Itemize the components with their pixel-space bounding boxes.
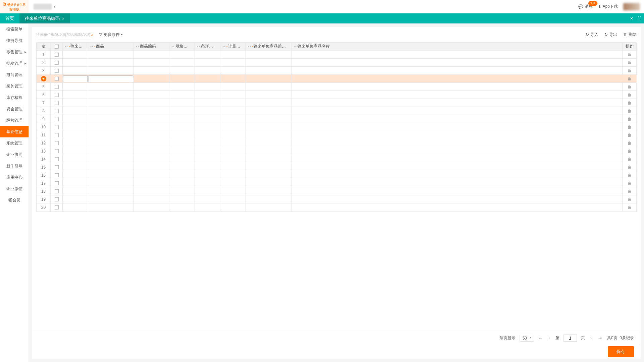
- cell[interactable]: [134, 67, 169, 75]
- table-row[interactable]: 8🗑: [37, 107, 637, 115]
- cell[interactable]: [291, 75, 623, 83]
- cell[interactable]: [220, 171, 246, 179]
- cell[interactable]: [169, 75, 195, 83]
- column-unit[interactable]: ▴▾·计量…: [220, 43, 246, 51]
- row-checkbox[interactable]: [55, 53, 59, 57]
- delete-row-icon[interactable]: 🗑: [628, 84, 632, 89]
- row-checkbox[interactable]: [55, 181, 59, 185]
- row-checkbox[interactable]: [55, 77, 59, 81]
- cell[interactable]: [169, 195, 195, 203]
- table-row[interactable]: 11🗑: [37, 131, 637, 139]
- cell[interactable]: [220, 147, 246, 155]
- cell[interactable]: [169, 91, 195, 99]
- cell[interactable]: [134, 203, 169, 212]
- cell[interactable]: [195, 187, 220, 195]
- cell[interactable]: [169, 139, 195, 147]
- cell[interactable]: [291, 99, 623, 107]
- cell[interactable]: [220, 123, 246, 131]
- cell[interactable]: [169, 107, 195, 115]
- page-prev-button[interactable]: ‹: [547, 336, 551, 341]
- cell[interactable]: [246, 163, 291, 171]
- cell[interactable]: [63, 171, 88, 179]
- cell[interactable]: [220, 187, 246, 195]
- cell[interactable]: [63, 131, 88, 139]
- row-checkbox[interactable]: [55, 165, 59, 169]
- cell[interactable]: [169, 179, 195, 187]
- column-partner-product-name[interactable]: ▴▾往来单位商品名称: [291, 43, 623, 51]
- row-checkbox[interactable]: [55, 69, 59, 73]
- row-checkbox[interactable]: [55, 133, 59, 137]
- cell[interactable]: [195, 123, 220, 131]
- cell[interactable]: [220, 155, 246, 163]
- sidebar-item[interactable]: 基础信息: [0, 126, 29, 137]
- page-next-button[interactable]: ›: [589, 336, 593, 341]
- cell[interactable]: [88, 131, 134, 139]
- cell[interactable]: [63, 99, 88, 107]
- cell[interactable]: [220, 83, 246, 91]
- delete-row-icon[interactable]: 🗑: [628, 157, 632, 162]
- cell[interactable]: [291, 203, 623, 212]
- cell[interactable]: [195, 83, 220, 91]
- cell[interactable]: [134, 99, 169, 107]
- cell[interactable]: [195, 67, 220, 75]
- table-row[interactable]: 6🗑: [37, 91, 637, 99]
- table-row[interactable]: 15🗑: [37, 163, 637, 171]
- cell[interactable]: [291, 139, 623, 147]
- table-row[interactable]: 3🗑: [37, 67, 637, 75]
- row-checkbox[interactable]: [55, 149, 59, 153]
- delete-row-icon[interactable]: 🗑: [628, 76, 632, 81]
- table-row[interactable]: 17🗑: [37, 179, 637, 187]
- cell[interactable]: [63, 67, 88, 75]
- cell[interactable]: [246, 147, 291, 155]
- cell[interactable]: [88, 115, 134, 123]
- cell[interactable]: [195, 131, 220, 139]
- org-selector[interactable]: ▾: [31, 4, 58, 10]
- cell[interactable]: [291, 83, 623, 91]
- cell[interactable]: [195, 75, 220, 83]
- cell[interactable]: [220, 99, 246, 107]
- delete-row-icon[interactable]: 🗑: [628, 173, 632, 178]
- cell[interactable]: [220, 131, 246, 139]
- cell[interactable]: [134, 195, 169, 203]
- cell[interactable]: [63, 107, 88, 115]
- row-checkbox[interactable]: [55, 61, 59, 65]
- cell[interactable]: [291, 51, 623, 59]
- table-row[interactable]: 5🗑: [37, 83, 637, 91]
- cell[interactable]: [88, 99, 134, 107]
- cell[interactable]: [88, 195, 134, 203]
- cell[interactable]: [134, 59, 169, 67]
- cell[interactable]: [134, 131, 169, 139]
- column-select-all[interactable]: [51, 43, 63, 51]
- table-row[interactable]: 1🗑: [37, 51, 637, 59]
- cell[interactable]: [291, 131, 623, 139]
- cell[interactable]: [246, 123, 291, 131]
- cell[interactable]: [246, 139, 291, 147]
- cell[interactable]: [63, 203, 88, 212]
- sidebar-item[interactable]: 搜索菜单: [0, 23, 29, 35]
- cell[interactable]: [63, 115, 88, 123]
- cell[interactable]: [246, 115, 291, 123]
- cell[interactable]: [88, 83, 134, 91]
- cell[interactable]: [63, 91, 88, 99]
- cell[interactable]: [169, 203, 195, 212]
- cell[interactable]: [134, 163, 169, 171]
- cell[interactable]: [134, 107, 169, 115]
- cell[interactable]: [246, 171, 291, 179]
- cell[interactable]: [195, 171, 220, 179]
- cell[interactable]: [195, 163, 220, 171]
- fullscreen-icon[interactable]: ⛶: [637, 16, 641, 21]
- cell[interactable]: [63, 179, 88, 187]
- close-all-icon[interactable]: ✕: [630, 16, 633, 21]
- cell[interactable]: [246, 59, 291, 67]
- row-checkbox[interactable]: [55, 173, 59, 177]
- cell[interactable]: [88, 187, 134, 195]
- delete-row-icon[interactable]: 🗑: [628, 52, 632, 57]
- table-row[interactable]: 13🗑: [37, 147, 637, 155]
- cell[interactable]: [195, 99, 220, 107]
- table-row[interactable]: 10🗑: [37, 123, 637, 131]
- cell[interactable]: [88, 59, 134, 67]
- cell[interactable]: [195, 51, 220, 59]
- cell[interactable]: [195, 203, 220, 212]
- cell[interactable]: [291, 91, 623, 99]
- cell[interactable]: [220, 163, 246, 171]
